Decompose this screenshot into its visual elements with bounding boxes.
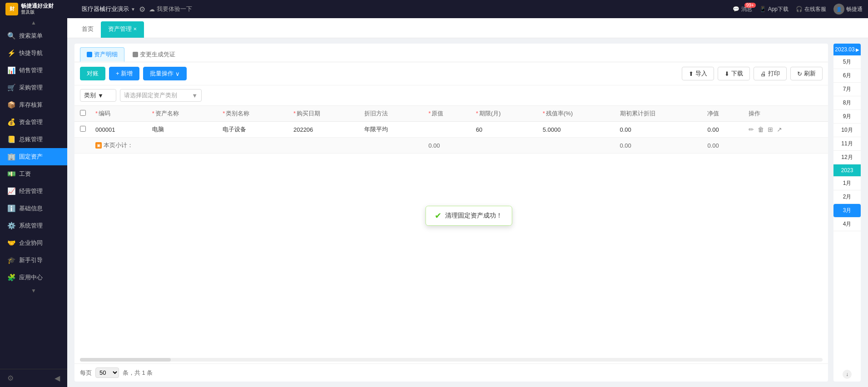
message-btn[interactable]: 💬 消息 99+: [733, 5, 752, 13]
calendar-item-apr[interactable]: 4月: [833, 218, 861, 231]
calendar-item-mar[interactable]: 3月: [833, 204, 861, 218]
category-label: 类别: [84, 91, 96, 99]
tab-asset-management[interactable]: 资产管理 ×: [101, 21, 144, 38]
purchase-icon: 🛒: [7, 84, 15, 92]
calendar-collapse-icon[interactable]: ▶: [856, 47, 859, 52]
subtotal-row: ▣ 本页小计： 0.00 0.00 0.00: [74, 138, 828, 154]
calendar-item-jan[interactable]: 1月: [833, 177, 861, 190]
calendar-item-may[interactable]: 5月: [833, 55, 861, 69]
horizontal-scrollbar[interactable]: [80, 358, 823, 362]
sidebar-scroll-down[interactable]: ▼: [0, 286, 67, 295]
category-select[interactable]: 类别 ▼: [80, 89, 116, 102]
sidebar-item-salary[interactable]: 💵 工资: [0, 165, 67, 183]
calendar-item-jun[interactable]: 6月: [833, 69, 861, 83]
calendar-down-btn[interactable]: ↓: [843, 370, 852, 379]
row-checkbox[interactable]: [80, 126, 86, 132]
more-icon[interactable]: ↗: [777, 126, 782, 133]
sub-tab-asset-detail[interactable]: 资产明细: [80, 47, 124, 62]
sidebar-item-label: 搜索菜单: [19, 32, 43, 40]
refresh-btn[interactable]: ↻ 刷新: [790, 67, 823, 80]
calendar-item-2023[interactable]: 2023: [833, 164, 861, 177]
calendar-header-label: 2023.03: [835, 46, 854, 53]
guide-icon: 🎓: [7, 256, 15, 264]
select-all-checkbox[interactable]: [80, 110, 86, 116]
asset-detail-tab-icon: [87, 52, 92, 57]
quick-nav-icon: ⚡: [7, 49, 15, 57]
success-toast: ✔ 清理固定资产成功！: [425, 206, 512, 226]
sidebar-item-cooperation[interactable]: 🤝 企业协同: [0, 234, 67, 252]
tab-home[interactable]: 首页: [74, 21, 101, 38]
cell-code: 000001: [91, 122, 148, 138]
tabs-bar: 首页 资产管理 ×: [67, 18, 868, 38]
app-download-btn[interactable]: 📱 App下载: [759, 5, 789, 13]
calendar-header: 2023.03 ▶: [833, 44, 861, 55]
logo-icon: 财: [5, 3, 18, 15]
settings-bottom-icon[interactable]: ⚙: [7, 374, 14, 382]
experience-btn[interactable]: ☁ 我要体验一下: [149, 5, 192, 13]
calendar-item-oct[interactable]: 10月: [833, 124, 861, 137]
col-category: *类别名称: [218, 106, 289, 122]
company-name: 医疗器械行业演示: [82, 5, 129, 13]
logo-sub: 普及版: [21, 9, 54, 15]
download-btn[interactable]: ⬇ 下载: [718, 67, 750, 80]
settings-icon[interactable]: ⚙: [139, 5, 145, 14]
sidebar-item-system[interactable]: ⚙️ 系统管理: [0, 217, 67, 234]
col-net-value: 净值: [703, 106, 744, 122]
download-icon: ⬇: [724, 70, 729, 77]
subtotal-net-value: 0.00: [703, 138, 744, 154]
top-bar: 财 畅捷通好业财 普及版 医疗器械行业演示 ▼ ⚙ ☁ 我要体验一下 💬 消息 …: [0, 0, 868, 18]
logo-text: 畅捷通好业财: [21, 3, 54, 9]
sidebar-item-fixed-assets[interactable]: 🏢 固定资产: [0, 148, 67, 165]
tab-home-label: 首页: [82, 25, 94, 32]
print-btn[interactable]: 🖨 打印: [754, 67, 787, 80]
online-service-btn[interactable]: 🎧 在线客服: [796, 5, 826, 13]
sales-icon: 📊: [7, 66, 15, 74]
calendar-item-jul[interactable]: 7月: [833, 83, 861, 96]
batch-btn[interactable]: 批量操作 ∨: [143, 67, 187, 80]
sidebar-item-guide[interactable]: 🎓 新手引导: [0, 252, 67, 269]
calendar-item-nov[interactable]: 11月: [833, 137, 861, 151]
copy-icon[interactable]: ⊞: [768, 126, 773, 133]
col-depreciation: 折旧方法: [360, 106, 424, 122]
sidebar-item-finance[interactable]: 💰 资金管理: [0, 114, 67, 131]
calendar-item-dec[interactable]: 12月: [833, 151, 861, 164]
import-btn[interactable]: ⬆ 导入: [682, 67, 714, 80]
calendar-item-sep[interactable]: 9月: [833, 110, 861, 124]
per-page-select[interactable]: 50 100: [95, 367, 119, 378]
delete-icon[interactable]: 🗑: [758, 126, 764, 133]
pagination-bar: 每页 50 100 条，共 1 条: [74, 363, 828, 382]
sidebar-item-quick-nav[interactable]: ⚡ 快捷导航: [0, 45, 67, 62]
sub-tab-voucher[interactable]: 变更生成凭证: [126, 47, 182, 62]
sidebar-item-label: 总账管理: [19, 135, 43, 144]
scrollbar-thumb[interactable]: [80, 358, 171, 362]
collapse-icon[interactable]: ◀: [55, 374, 60, 382]
sidebar-item-app-center[interactable]: 🧩 应用中心: [0, 269, 67, 286]
sidebar-item-management[interactable]: 📈 经营管理: [0, 183, 67, 200]
toast-message: 清理固定资产成功！: [445, 212, 502, 220]
sidebar-item-purchase[interactable]: 🛒 采购管理: [0, 79, 67, 96]
reconcile-btn[interactable]: 对账: [80, 67, 105, 80]
finance-icon: 💰: [7, 118, 15, 126]
cell-depreciation: 年限平均: [360, 122, 424, 138]
toolbar-right: ⬆ 导入 ⬇ 下载 🖨 打印 ↻ 刷新: [682, 67, 823, 80]
table-row: 000001 电脑 电子设备 202206 年限平均 60 5.0000 0.0…: [74, 122, 828, 138]
sidebar-item-search[interactable]: 🔍 搜索菜单: [0, 27, 67, 45]
total-label: 条，共 1 条: [123, 369, 153, 377]
company-selector[interactable]: 医疗器械行业演示 ▼: [82, 5, 135, 13]
inventory-icon: 📦: [7, 101, 15, 109]
user-avatar-btn[interactable]: 👤 畅捷通: [833, 4, 863, 15]
calendar-item-aug[interactable]: 8月: [833, 96, 861, 110]
sidebar-scroll-up[interactable]: ▲: [0, 18, 67, 27]
sidebar-item-inventory[interactable]: 📦 库存核算: [0, 96, 67, 114]
sidebar-item-sales[interactable]: 📊 销售管理: [0, 62, 67, 79]
edit-icon[interactable]: ✏: [749, 126, 754, 133]
col-asset-name: *资产名称: [148, 106, 218, 122]
calendar-item-feb[interactable]: 2月: [833, 190, 861, 204]
sidebar-item-basic-info[interactable]: ℹ️ 基础信息: [0, 200, 67, 217]
app-download-icon: 📱: [759, 6, 766, 12]
sidebar-item-label: 经营管理: [19, 187, 43, 195]
sidebar-item-label: 销售管理: [19, 66, 43, 74]
new-btn[interactable]: + 新增: [109, 67, 139, 80]
sidebar-item-ledger[interactable]: 📒 总账管理: [0, 131, 67, 148]
category-dropdown[interactable]: 请选择固定资产类别 ▼: [120, 89, 202, 102]
